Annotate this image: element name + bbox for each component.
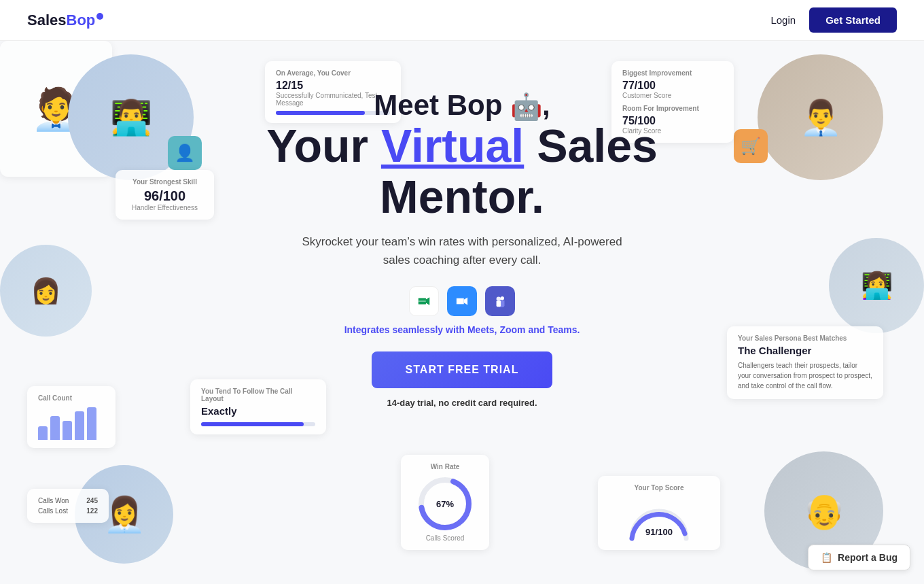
report-bug-label: Report a Bug [838, 552, 898, 563]
integration-icons [224, 286, 700, 316]
svg-point-9 [497, 296, 501, 301]
logo-bop: Bop [67, 12, 96, 29]
win-rate-sublabel: Calls Scored [412, 534, 478, 542]
strongest-skill-card: Your Strongest Skill 96/100 Handler Effe… [116, 170, 214, 220]
calls-won-value: 245 [86, 497, 98, 504]
person-icon-3: 👩‍💼 [103, 495, 145, 534]
teams-icon [485, 286, 515, 316]
circle-mid-right: 👩‍💻 [829, 238, 924, 333]
hero-section: Meet Bop 🤖, Your Virtual Sales Mentor. S… [224, 41, 700, 408]
top-score-chart: 91/100 [609, 494, 709, 542]
svg-text:67%: 67% [436, 499, 454, 509]
user-icon-teal: 👤 [168, 136, 202, 170]
person-icon-2: 👩 [31, 277, 61, 305]
integration-text: Integrates seamlessly with Meets, Zoom a… [224, 324, 700, 335]
person-icon-7: 🧑‍💼 [31, 85, 82, 133]
strongest-skill-value: 96/100 [126, 188, 203, 204]
left-person-card: 🧑‍💼 [0, 41, 112, 177]
main-content: 👨‍💻 👩 👩‍💼 👨‍💼 👩‍💻 👴 🧑‍💼 👤 🛒 On Average [0, 41, 924, 584]
navbar: SalesBop Login Get Started [0, 0, 924, 41]
win-rate-chart: 67% [412, 473, 478, 534]
person-icon-4: 👨‍💼 [800, 98, 842, 137]
logo[interactable]: SalesBop [27, 12, 103, 29]
calls-won-card: Calls Won 245 Calls Lost 122 [27, 489, 109, 523]
logo-dot [96, 13, 103, 20]
headline-bottom: Your Virtual Sales Mentor. [224, 120, 700, 222]
bar-2 [50, 416, 60, 440]
call-layout-fill [201, 422, 304, 426]
strongest-skill-sublabel: Handler Effectiveness [126, 204, 203, 211]
virtual-text: Virtual [381, 120, 524, 171]
zoom-icon [447, 286, 477, 316]
calls-won-label: Calls Won [38, 497, 69, 504]
sales-persona-card: Your Sales Persona Best Matches The Chal… [727, 326, 883, 399]
svg-text:91/100: 91/100 [645, 527, 673, 537]
calls-lost-label: Calls Lost [38, 507, 68, 515]
logo-sales: Sales [27, 12, 67, 29]
person-icon-6: 👴 [803, 492, 845, 531]
top-score-title: Your Top Score [609, 484, 709, 492]
top-score-card: Your Top Score 91/100 [598, 476, 720, 550]
sales-persona-desc: Challengers teach their prospects, tailo… [738, 360, 872, 391]
bar-1 [38, 426, 48, 440]
call-count-card: Call Count [27, 386, 116, 448]
win-rate-card: Win Rate 67% Calls Scored [401, 455, 489, 550]
bar-4 [75, 411, 84, 440]
report-bug-icon: 📋 [821, 552, 832, 563]
user-icon-orange: 🛒 [734, 129, 768, 163]
trial-note: 14-day trial, no credit card required. [224, 398, 700, 408]
strongest-skill-title: Your Strongest Skill [126, 178, 203, 186]
call-count-chart [38, 406, 105, 440]
circle-mid-left: 👩 [0, 245, 92, 337]
get-started-button[interactable]: Get Started [809, 7, 897, 33]
sales-persona-value: The Challenger [738, 345, 872, 356]
circle-top-right: 👨‍💼 [758, 54, 883, 180]
call-layout-bar [201, 422, 315, 426]
login-button[interactable]: Login [770, 14, 796, 26]
bar-3 [63, 421, 72, 440]
report-bug-button[interactable]: 📋 Report a Bug [808, 545, 910, 570]
headline-top: Meet Bop 🤖, [224, 88, 700, 123]
person-icon-5: 👩‍💻 [861, 271, 893, 300]
bar-5 [87, 407, 96, 440]
nav-right: Login Get Started [770, 7, 897, 33]
person-icon-1: 👨‍💻 [110, 98, 152, 137]
svg-point-0 [421, 480, 469, 528]
svg-point-1 [421, 480, 469, 528]
circle-top-left: 👨‍💻 [68, 54, 194, 180]
calls-lost-value: 122 [86, 507, 98, 515]
circle-bottom-left: 👩‍💼 [75, 465, 173, 564]
sales-persona-title: Your Sales Persona Best Matches [738, 334, 872, 342]
hero-subtext: Skyrocket your team’s win rates with per… [224, 233, 700, 269]
start-trial-button[interactable]: START FREE TRIAL [372, 351, 553, 388]
call-count-title: Call Count [38, 394, 105, 402]
robot-emoji: 🤖 [510, 92, 542, 123]
meet-icon [409, 286, 439, 316]
svg-point-8 [501, 296, 504, 300]
win-rate-title: Win Rate [412, 463, 478, 470]
